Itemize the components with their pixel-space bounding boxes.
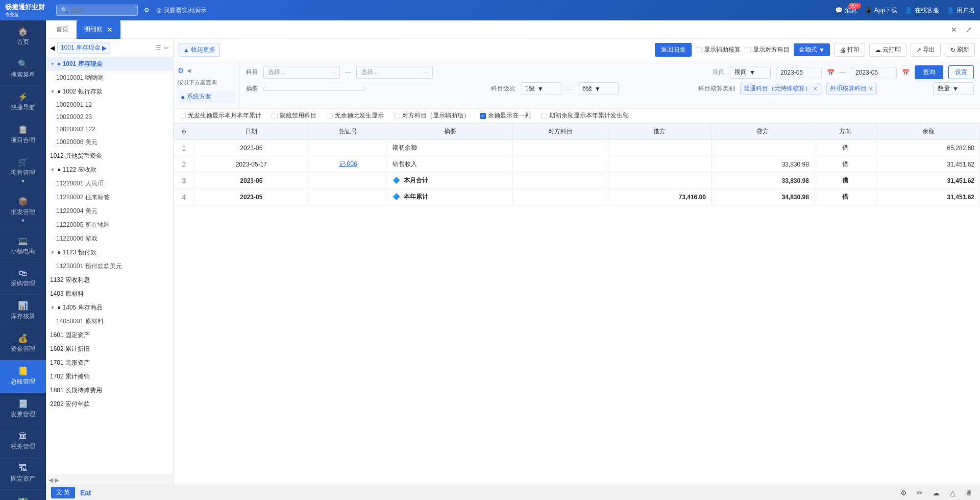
status-chart-icon[interactable]: △ [946,487,959,499]
tree-item-10020001[interactable]: 10020001 12 [46,99,173,111]
user-avatar[interactable]: 👤 用户名 [947,6,975,15]
subject-input[interactable]: 选择... ··· [263,66,340,79]
tree-item-1602[interactable]: 1602 累计折旧 [46,342,173,356]
tree-item-10020002[interactable]: 10020002 23 [46,111,173,123]
sidebar-item-project[interactable]: 📋 项目合同 [0,118,46,151]
tree-breadcrumb-btn[interactable]: 1001 库存现金 ▶ [57,42,110,54]
top-search[interactable]: 🔍 [56,5,138,16]
tree-item-1702[interactable]: 1702 累计摊销 [46,370,173,384]
tree-item-1001[interactable]: ▼ ● 1001 库存现金 [46,57,173,71]
sidebar-item-assets[interactable]: 🏗 固定资产 [0,458,46,490]
tag-close-icon[interactable]: ✕ [868,85,873,92]
tree-item-11230001[interactable]: 11230001 预付款款美元 [46,259,173,273]
display-opposite-check[interactable]: 显示对方科目 [745,45,790,54]
scroll-right-icon[interactable]: ▶ [55,477,59,484]
status-cloud-icon[interactable]: ☁ [930,487,942,499]
sidebar-item-invoice[interactable]: 🧾 发票管理 [0,393,46,425]
amount-format-btn[interactable]: 金额式 ▼ [794,43,830,56]
tree-item-11220002[interactable]: 11220002 往来标签 [46,191,173,204]
sidebar-item-salary[interactable]: 💵 工资 [0,490,46,500]
sidebar-item-ledger[interactable]: 📒 总账管理 [0,360,46,393]
search-input[interactable] [71,7,133,14]
tab-maximize-btn[interactable]: ⤢ [963,23,975,36]
tree-item-1132[interactable]: 1132 应收利息 [46,273,173,287]
period-type-select[interactable]: 期间 ▼ [730,66,771,79]
sidebar-item-tax[interactable]: 🏛 税务管理 [0,425,46,458]
display-auxiliary-check[interactable]: 显示辅助核算 [696,45,741,54]
level-end-select[interactable]: 6级 ▼ [578,82,619,95]
lang-switch-btn[interactable]: 文 英 [51,487,75,498]
tree-item-1122[interactable]: ▼ ● 1122 应收款 [46,163,173,177]
tree-item-14050001[interactable]: 14050001 原材料 [46,315,173,328]
row-gear[interactable]: 2 [174,156,194,173]
cb-no-amount[interactable]: 无发生额显示本月本年累计 [180,111,261,120]
tree-item-10010001[interactable]: 10010001 哟哟哟 [46,71,173,85]
status-settings-icon[interactable]: ⚙ [897,487,910,499]
sidebar-item-inventory[interactable]: 📊 库存核算 [0,295,46,327]
return-old-btn[interactable]: 返回旧版 [655,43,692,57]
demo-link[interactable]: ◎ 我要看实例演示 [156,6,206,15]
scroll-left-icon[interactable]: ◀ [48,477,53,484]
tree-item-1701[interactable]: 1701 无形资产 [46,356,173,370]
tree-item-11220001[interactable]: 11220001 人民币 [46,177,173,191]
auxiliary-checkbox[interactable] [696,47,702,53]
tree-item-1801[interactable]: 1801 长期待摊费用 [46,384,173,397]
query-btn[interactable]: 查询 [915,65,943,79]
cb-opening-balance[interactable]: 期初余额显示本年累计发生额 [541,111,629,120]
cloud-print-btn[interactable]: ☁ 云打印 [869,43,906,57]
tab-home[interactable]: 首页 [48,20,77,39]
sidebar-item-purchase[interactable]: 🛍 采购管理 [0,263,46,295]
calendar-end-icon[interactable]: 📅 [902,69,910,76]
sidebar-item-search[interactable]: 🔍 搜索菜单 [0,53,46,86]
settings-btn[interactable]: 设置 [948,65,974,79]
cb-no-balance[interactable]: 无余额无发生显示 [327,111,384,120]
app-download-btn[interactable]: 📱 App下载 [865,6,897,15]
filter-tag-normal[interactable]: 普通科目（无特殊核算） ✕ [740,83,821,94]
sidebar-item-wholesale[interactable]: 📦 批发管理 ▼ [0,191,46,230]
tree-item-11220005[interactable]: 11220005 所在地区 [46,218,173,232]
opposite-checkbox[interactable] [745,47,751,53]
tree-item-1002[interactable]: ▼ ● 1002 银行存款 [46,85,173,99]
tree-list-icon[interactable]: ☰ [156,44,161,52]
refresh-btn[interactable]: ↻ 刷新 [945,43,975,57]
cb-opposite-subject[interactable]: 对方科目（显示辅助项） [394,111,470,120]
settings-icon[interactable]: ⚙ [142,6,151,15]
tree-item-1123[interactable]: ▼ ● 1123 预付款 [46,246,173,259]
tree-edit-icon[interactable]: ✏ [164,44,169,52]
online-service-btn[interactable]: 👤 在线客服 [905,6,939,15]
period-end-date[interactable]: 2023-05 [851,67,897,78]
cb-balance-one-col[interactable]: ✓ 余额显示在一列 [480,111,531,120]
tree-item-11220006[interactable]: 11220006 游戏 [46,232,173,246]
expand-more-btn[interactable]: ▲ 收起更多 [179,43,220,57]
quantity-select[interactable]: 数量 ▼ [933,82,974,95]
tree-item-1405[interactable]: ▼ ● 1405 库存商品 [46,301,173,315]
tab-close-window-btn[interactable]: ✕ [948,23,960,36]
tree-item-10020003[interactable]: 10020003 122 [46,123,173,135]
row-gear[interactable]: 1 [174,140,194,156]
messages-btn[interactable]: 💬 消息 99+ [835,6,857,15]
system-scheme-btn[interactable]: ● 系统方案 [178,90,235,103]
tree-prev-btn[interactable]: ◀ [50,44,55,52]
sidebar-item-ecommerce[interactable]: 💻 小畅电商 [0,230,46,263]
status-pen-icon[interactable]: ✏ [914,487,926,499]
row-gear[interactable]: 3 [174,173,194,189]
calendar-start-icon[interactable]: 📅 [827,69,835,76]
tab-detail-ledger[interactable]: 明细账 ✕ [77,20,121,39]
tab-close-icon[interactable]: ✕ [107,26,113,33]
tree-item-1012[interactable]: 1012 其他货币资金 [46,149,173,163]
sidebar-item-capital[interactable]: 💰 资金管理 [0,327,46,360]
level-start-select[interactable]: 1级 ▼ [521,82,561,95]
tree-item-1601[interactable]: 1601 固定资产 [46,328,173,342]
subject-end-input[interactable]: 选择... ··· [356,66,433,79]
print-btn[interactable]: 🖨 打印 [834,43,865,57]
row-gear[interactable]: 4 [174,189,194,205]
collapse-btn[interactable]: ◀ [187,67,191,74]
tree-item-11220004[interactable]: 11220004 美元 [46,204,173,218]
period-start-date[interactable]: 2023-05 [776,67,822,78]
tree-item-1403[interactable]: 1403 原材料 [46,287,173,301]
cb-hide-disabled[interactable]: 隐藏禁用科目 [272,111,316,120]
filter-tag-foreign[interactable]: 外币核算科目 ✕ [826,83,877,94]
tree-item-2202[interactable]: 2202 应付年款 [46,397,173,411]
export-btn[interactable]: ↗ 导出 [911,43,941,57]
tree-item-10020006[interactable]: 10020006 美元 [46,135,173,149]
